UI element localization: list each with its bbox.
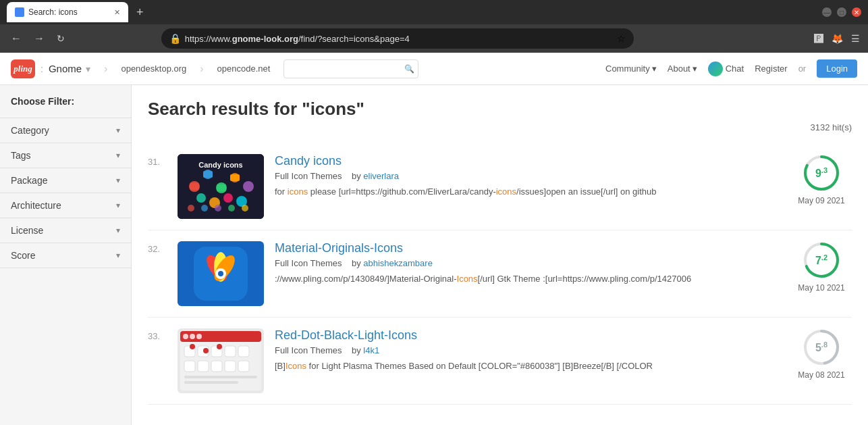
svg-point-8	[223, 193, 233, 203]
nav-sep1: ›	[104, 63, 107, 75]
svg-point-19	[242, 205, 248, 211]
svg-point-16	[201, 205, 208, 211]
svg-point-35	[190, 334, 195, 339]
register-link[interactable]: Register	[755, 64, 787, 74]
score-date-31: May 09 2021	[798, 196, 844, 205]
result-score-31: 9.3 May 09 2021	[791, 154, 852, 205]
svg-rect-12	[217, 184, 226, 191]
highlight-icons-31: icons	[288, 186, 308, 197]
svg-rect-45	[225, 361, 236, 372]
opendesktop-link[interactable]: opendesktop.org	[121, 64, 186, 74]
result-info-33: Red-Dot-Black-Light-Icons Full Icon Them…	[275, 328, 780, 373]
nav-sep2: ›	[200, 63, 203, 75]
score-arrow: ▾	[116, 251, 120, 260]
filter-tags[interactable]: Tags ▾	[0, 143, 131, 168]
license-arrow: ▾	[116, 226, 120, 235]
logo-text: pling	[13, 64, 32, 74]
result-number-31: 31.	[148, 157, 167, 167]
highlight-icons-url-31: icons	[496, 186, 516, 197]
minimize-button[interactable]: —	[822, 7, 832, 17]
community-dropdown[interactable]: Community ▾	[605, 64, 657, 74]
chat-link[interactable]: Chat	[708, 61, 744, 76]
highlight-icons-32: Icons	[457, 274, 478, 284]
tags-arrow: ▾	[116, 151, 120, 160]
refresh-button[interactable]: ↻	[54, 30, 67, 47]
author-link-31[interactable]: eliverlara	[363, 171, 399, 181]
search-container: 🔍	[283, 59, 418, 78]
svg-point-6	[196, 193, 206, 203]
maximize-button[interactable]: □	[837, 7, 846, 17]
tab-close-button[interactable]: ✕	[114, 8, 120, 17]
result-desc-33: [B]Icons for Light Plasma Themes Based o…	[275, 359, 780, 373]
menu-icon[interactable]: ☰	[851, 33, 860, 44]
svg-rect-51	[184, 381, 238, 384]
result-title-31[interactable]: Candy icons	[275, 154, 780, 168]
score-circle-32: 7.2	[803, 241, 840, 279]
result-score-33: 5.8 May 08 2021	[791, 328, 852, 380]
candy-icons-thumbnail: Candy icons	[178, 154, 264, 219]
main-layout: Choose Filter: Category ▾ Tags ▾ Package…	[0, 85, 868, 425]
security-icon: 🔒	[169, 33, 181, 44]
site-logo[interactable]: pling : Gnome ▾	[11, 59, 90, 78]
search-input[interactable]	[283, 59, 418, 78]
new-tab-button[interactable]: +	[132, 5, 148, 20]
author-link-33[interactable]: l4k1	[363, 345, 379, 355]
result-score-32: 7.2 May 10 2021	[791, 241, 852, 293]
pocket-icon[interactable]: 🅿	[814, 33, 823, 44]
close-button[interactable]: ✕	[852, 7, 861, 17]
svg-rect-46	[238, 361, 249, 372]
login-button[interactable]: Login	[817, 59, 857, 78]
score-date-32: May 10 2021	[798, 283, 844, 293]
result-thumb-33[interactable]	[178, 328, 264, 393]
score-circle-31: 9.3	[803, 154, 840, 192]
active-tab[interactable]: Search: icons ✕	[7, 2, 128, 22]
bookmark-icon[interactable]: ☆	[617, 33, 626, 44]
svg-rect-10	[190, 183, 199, 190]
hits-count: 3132 hit(s)	[148, 122, 852, 132]
result-thumb-32[interactable]	[178, 241, 264, 306]
search-icon: 🔍	[404, 64, 414, 74]
extension-icon[interactable]: 🦊	[832, 33, 843, 44]
package-arrow: ▾	[116, 176, 120, 185]
url-text: https://www.gnome-look.org/find/?search=…	[185, 34, 410, 44]
score-date-33: May 08 2021	[798, 370, 844, 380]
svg-rect-40	[225, 346, 236, 357]
filter-category[interactable]: Category ▾	[0, 118, 131, 143]
result-meta-32: Full Icon Themes by abhishekzambare	[275, 258, 780, 268]
filter-license[interactable]: License ▾	[0, 218, 131, 243]
logo-icon: pling	[11, 59, 35, 78]
result-title-32[interactable]: Material-Originals-Icons	[275, 241, 780, 255]
url-bar[interactable]: 🔒 https://www.gnome-look.org/find/?searc…	[161, 28, 634, 49]
logo-separator: :	[40, 64, 43, 74]
result-title-33[interactable]: Red-Dot-Black-Light-Icons	[275, 328, 780, 343]
address-bar: ← → ↻ 🔒 https://www.gnome-look.org/find/…	[0, 24, 868, 53]
filter-architecture[interactable]: Architecture ▾	[0, 193, 131, 218]
or-label: or	[798, 64, 807, 74]
svg-point-48	[203, 348, 209, 353]
browser-chrome: Search: icons ✕ + — □ ✕	[0, 0, 868, 24]
filter-package[interactable]: Package ▾	[0, 168, 131, 193]
choose-filter-label: Choose Filter:	[0, 96, 131, 118]
result-thumb-31[interactable]: Candy icons	[178, 154, 264, 219]
svg-point-15	[188, 205, 194, 211]
opencode-link[interactable]: opencode.net	[217, 64, 271, 74]
result-item-33: 33.	[148, 318, 852, 405]
forward-button[interactable]: →	[31, 30, 47, 47]
result-number-32: 32.	[148, 244, 167, 254]
reddot-icons-thumbnail	[178, 328, 264, 393]
back-button[interactable]: ←	[8, 30, 24, 47]
tab-favicon	[15, 7, 24, 17]
architecture-arrow: ▾	[116, 201, 120, 210]
svg-point-49	[217, 344, 222, 349]
svg-rect-44	[211, 361, 222, 372]
browser-right-icons: 🅿 🦊 ☰	[814, 33, 860, 44]
material-icons-thumbnail	[178, 241, 264, 306]
svg-rect-11	[203, 171, 213, 178]
result-item-31: 31.	[148, 143, 852, 230]
about-dropdown[interactable]: About ▾	[668, 64, 697, 74]
gnome-dropdown[interactable]: Gnome	[49, 63, 82, 74]
result-info-31: Candy icons Full Icon Themes by eliverla…	[275, 154, 780, 199]
author-link-32[interactable]: abhishekzambare	[363, 258, 433, 268]
result-meta-33: Full Icon Themes by l4k1	[275, 345, 780, 355]
filter-score[interactable]: Score ▾	[0, 243, 131, 268]
